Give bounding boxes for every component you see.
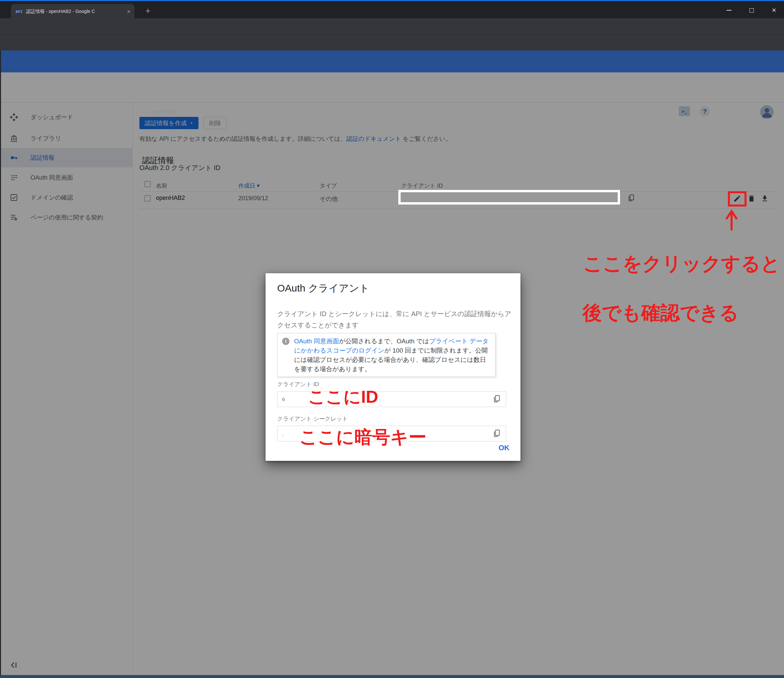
window-maximize-button[interactable] (741, 2, 762, 19)
bookmarks-bar: アプリ » (0, 35, 784, 50)
maximize-icon (750, 8, 754, 12)
tab-bar: API 認証情報 - openHAB2 - Google C × + × (0, 1, 784, 18)
copy-client-secret-icon[interactable] (493, 429, 501, 438)
client-secret-value: . (282, 431, 283, 436)
client-secret-label: クライアント シークレット (277, 415, 348, 423)
new-tab-button[interactable]: + (145, 6, 150, 16)
browser-tab[interactable]: API 認証情報 - openHAB2 - Google C × (11, 4, 134, 19)
client-id-redaction-box (398, 190, 620, 204)
tab-favicon-api-icon: API (16, 9, 23, 14)
browser-toolbar: ← → console.cloud.google.com/apis/creden… (0, 18, 784, 35)
red-arrow-up-icon (725, 209, 739, 232)
annotation-id-here: ここにID (308, 388, 378, 406)
window-left-edge (0, 50, 1, 678)
info-text: OAuth 同意画面が公開されるまで、OAuth ではプライベート データにかか… (294, 337, 490, 374)
tab-close-icon[interactable]: × (126, 9, 131, 15)
window-bottom-edge (0, 675, 784, 678)
ok-button[interactable]: OK (499, 444, 510, 452)
edit-highlight-box (728, 191, 747, 207)
dialog-body-text: クライアント ID とシークレットには、常に API とサービスの認証情報からア… (277, 308, 512, 331)
client-id-value: 6 (282, 396, 285, 402)
annotation-secret-here: ここに暗号キー (299, 428, 426, 447)
annotation-check-later: 後でも確認できる (583, 303, 739, 323)
window-minimize-button[interactable] (719, 2, 739, 19)
info-text-1: が公開されるまで、OAuth では (339, 338, 429, 344)
info-icon: i (282, 338, 289, 345)
annotation-click-here: ここをクリックすると (583, 254, 780, 274)
consent-screen-link[interactable]: OAuth 同意画面 (294, 338, 339, 344)
info-banner: i OAuth 同意画面が公開されるまで、OAuth ではプライベート データに… (277, 333, 496, 377)
dialog-title: OAuth クライアント (277, 282, 369, 295)
minimize-icon (726, 10, 731, 11)
window-close-button[interactable]: × (764, 2, 784, 19)
browser-window: API 認証情報 - openHAB2 - Google C × + × ← →… (0, 0, 784, 678)
close-icon: × (772, 7, 776, 14)
tab-title: 認証情報 - openHAB2 - Google C (26, 9, 126, 15)
copy-client-id-icon[interactable] (493, 395, 501, 404)
